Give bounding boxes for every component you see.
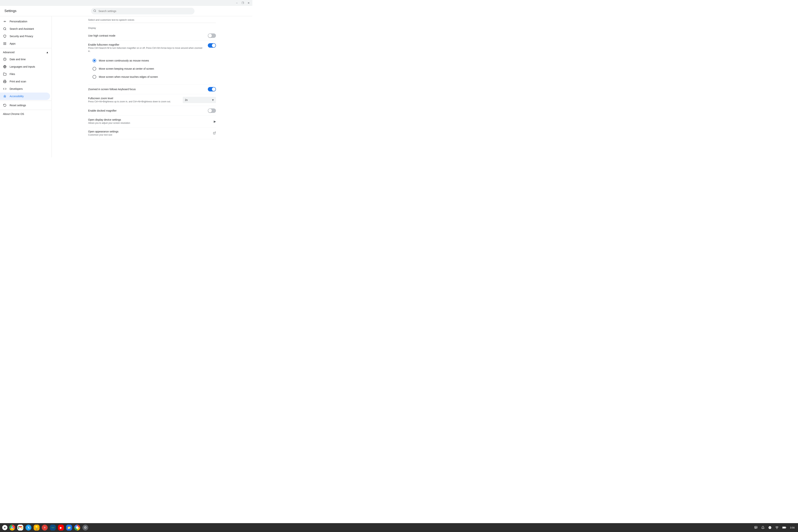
sidebar-item-accessibility[interactable]: Accessibility bbox=[0, 93, 50, 100]
restore-button[interactable]: ❐ bbox=[241, 1, 245, 5]
fullscreen-magnifier-row: Enable fullscreen magnifier Press Ctrl+S… bbox=[88, 41, 216, 84]
svg-line-3 bbox=[5, 30, 6, 30]
radio-option-continuous[interactable]: Move screen continuously as mouse moves bbox=[93, 57, 158, 65]
radio-label-1: Move screen continuously as mouse moves bbox=[99, 59, 149, 62]
search-input[interactable] bbox=[91, 8, 194, 14]
zoom-level-row: Fullscreen zoom level Press Ctrl+Alt+Bri… bbox=[88, 94, 216, 106]
sidebar-item-apps[interactable]: Apps bbox=[0, 40, 50, 47]
sidebar-item-files[interactable]: Files bbox=[0, 70, 50, 78]
docked-magnifier-content: Enable docked magnifier bbox=[88, 109, 205, 112]
zoom-level-title: Fullscreen zoom level bbox=[88, 97, 180, 100]
sidebar-item-about-chrome-os[interactable]: About Chrome OS bbox=[0, 111, 50, 117]
keyboard-focus-toggle[interactable] bbox=[208, 87, 216, 92]
chevron-right-icon: ▶ bbox=[214, 120, 216, 123]
radio-label-2: Move screen keeping mouse at center of s… bbox=[99, 67, 154, 70]
sidebar-item-search-assistant[interactable]: Search and Assistant bbox=[0, 25, 50, 33]
code-icon bbox=[3, 87, 7, 91]
radio-circle-1 bbox=[93, 59, 96, 62]
zoom-level-content: Fullscreen zoom level Press Ctrl+Alt+Bri… bbox=[88, 97, 180, 103]
docked-magnifier-row: Enable docked magnifier bbox=[88, 106, 216, 116]
high-contrast-title: Use high contrast mode bbox=[88, 34, 205, 37]
sidebar-item-label: Print and scan bbox=[10, 80, 26, 83]
close-button[interactable]: ✕ bbox=[246, 1, 251, 5]
content-area: Select and customize text-to-speech voic… bbox=[52, 16, 252, 157]
external-link-icon bbox=[213, 132, 216, 135]
sidebar-item-date-time[interactable]: Date and time bbox=[0, 56, 50, 63]
toggle-knob bbox=[212, 43, 215, 47]
docked-magnifier-toggle[interactable] bbox=[208, 109, 216, 113]
sidebar-item-security-privacy[interactable]: Security and Privacy bbox=[0, 33, 50, 40]
sidebar-item-label: Security and Privacy bbox=[10, 35, 33, 38]
folder-icon bbox=[3, 72, 7, 76]
display-section-title: Display bbox=[88, 23, 216, 31]
sidebar-divider-3 bbox=[0, 110, 52, 110]
high-contrast-content: Use high contrast mode bbox=[88, 34, 205, 37]
svg-rect-16 bbox=[4, 82, 6, 83]
keyboard-focus-title: Zoomed in screen follows keyboard focus bbox=[88, 88, 205, 91]
display-device-content: Open display device settings Allows you … bbox=[88, 118, 211, 125]
svg-line-19 bbox=[214, 132, 215, 133]
radio-circle-2 bbox=[93, 67, 96, 71]
toggle-knob bbox=[208, 109, 212, 113]
minimize-button[interactable]: − bbox=[234, 1, 239, 5]
sidebar-item-label: Developers bbox=[10, 88, 23, 90]
printer-icon bbox=[3, 80, 7, 83]
appearance-row[interactable]: Open appearance settings Customize your … bbox=[88, 128, 216, 139]
search-bar bbox=[91, 8, 194, 14]
high-contrast-toggle[interactable] bbox=[208, 34, 216, 38]
sidebar-item-print-scan[interactable]: Print and scan bbox=[0, 78, 50, 85]
sidebar-item-label: Personalization bbox=[10, 20, 27, 23]
about-label: About Chrome OS bbox=[3, 113, 24, 115]
fullscreen-magnifier-desc: Press Ctrl+Search+M to turn fullscreen m… bbox=[88, 46, 205, 53]
svg-rect-7 bbox=[3, 43, 4, 44]
display-device-desc: Allows you to adjust your screen resolut… bbox=[88, 121, 211, 125]
radio-label-3: Move screen when mouse touches edges of … bbox=[99, 75, 158, 78]
advanced-section-header[interactable]: Advanced ▲ bbox=[0, 49, 52, 56]
sidebar-item-reset-settings[interactable]: Reset settings bbox=[0, 101, 50, 109]
clock-icon bbox=[3, 57, 7, 61]
svg-rect-5 bbox=[5, 42, 5, 43]
display-device-row[interactable]: Open display device settings Allows you … bbox=[88, 116, 216, 128]
sidebar-item-developers[interactable]: Developers bbox=[0, 85, 50, 93]
sidebar-item-label: Files bbox=[10, 73, 15, 76]
keyboard-focus-content: Zoomed in screen follows keyboard focus bbox=[88, 88, 205, 91]
svg-rect-10 bbox=[3, 44, 4, 45]
zoom-level-dropdown[interactable]: 2x ▾ bbox=[183, 97, 216, 103]
chevron-up-icon: ▲ bbox=[46, 51, 49, 54]
display-device-title: Open display device settings bbox=[88, 118, 211, 121]
fullscreen-magnifier-toggle[interactable] bbox=[208, 43, 216, 48]
radio-option-center[interactable]: Move screen keeping mouse at center of s… bbox=[93, 65, 158, 73]
radio-circle-3 bbox=[93, 75, 96, 79]
zoom-level-value: 2x bbox=[185, 98, 188, 101]
pencil-icon: ✏ bbox=[3, 20, 7, 23]
svg-rect-8 bbox=[5, 43, 5, 44]
sidebar-item-languages-inputs[interactable]: Languages and inputs bbox=[0, 63, 50, 70]
search-nav-icon bbox=[3, 27, 7, 31]
docked-magnifier-title: Enable docked magnifier bbox=[88, 109, 205, 112]
sidebar: ✏ Personalization Search and Assistant S… bbox=[0, 16, 52, 157]
content-inner: Select and customize text-to-speech voic… bbox=[84, 16, 221, 144]
appearance-content: Open appearance settings Customize your … bbox=[88, 130, 210, 136]
fullscreen-magnifier-content: Enable fullscreen magnifier Press Ctrl+S… bbox=[88, 43, 205, 53]
svg-point-17 bbox=[5, 95, 5, 95]
sidebar-item-label: Apps bbox=[10, 42, 16, 45]
sidebar-item-label: Search and Assistant bbox=[10, 27, 34, 30]
appearance-desc: Customize your text size bbox=[88, 133, 210, 136]
appearance-title: Open appearance settings bbox=[88, 130, 210, 133]
keyboard-focus-row: Zoomed in screen follows keyboard focus bbox=[88, 84, 216, 94]
svg-rect-4 bbox=[3, 42, 4, 43]
title-bar: − ❐ ✕ bbox=[0, 0, 252, 6]
svg-rect-11 bbox=[5, 44, 5, 45]
svg-rect-12 bbox=[5, 44, 6, 45]
accessibility-icon bbox=[3, 94, 7, 98]
apps-icon bbox=[3, 42, 7, 45]
sidebar-item-personalization[interactable]: ✏ Personalization bbox=[0, 18, 50, 25]
svg-point-2 bbox=[3, 27, 6, 30]
sidebar-item-label: Reset settings bbox=[10, 104, 26, 107]
sidebar-item-label: Accessibility bbox=[10, 95, 24, 98]
zoom-level-desc: Press Ctrl+Alt+Brightness up to zoom in,… bbox=[88, 100, 180, 103]
radio-option-edges[interactable]: Move screen when mouse touches edges of … bbox=[93, 73, 158, 81]
header: Settings bbox=[0, 6, 252, 16]
top-snippet: Select and customize text-to-speech voic… bbox=[88, 16, 216, 23]
search-icon bbox=[93, 9, 96, 13]
